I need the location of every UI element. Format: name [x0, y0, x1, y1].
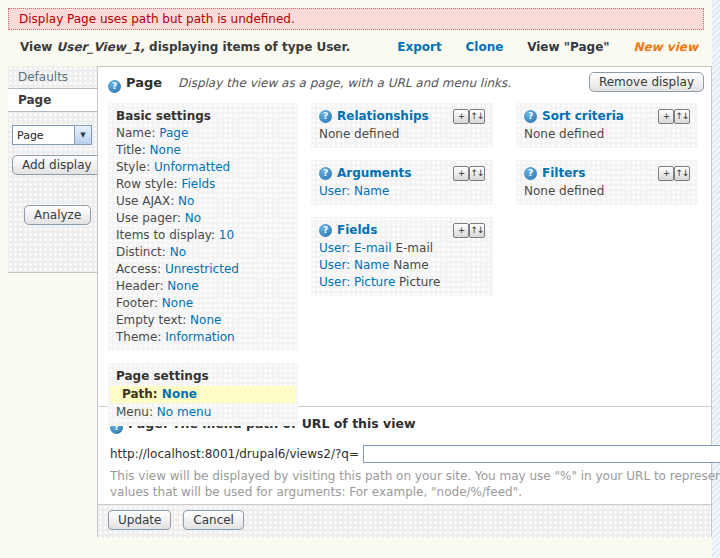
argument-user-name-link[interactable]: User: Name — [319, 184, 389, 198]
tab-page[interactable]: Page — [8, 89, 97, 112]
setting-row: Access: Unrestricted — [116, 261, 290, 278]
setting-pager-link[interactable]: No — [185, 211, 201, 225]
display-sidebar: Defaults Page Page ▼ Add display Analyze — [8, 66, 97, 273]
setting-header-link[interactable]: None — [167, 279, 198, 293]
arguments-heading-link[interactable]: Arguments — [337, 165, 411, 182]
setting-row: Distinct: No — [116, 244, 290, 261]
fields-header: ? Fields +↑↓ — [319, 222, 485, 239]
views-ui-editor: Defaults Page Page ▼ Add display Analyze… — [8, 66, 712, 537]
setting-distinct-link[interactable]: No — [170, 245, 186, 259]
help-icon[interactable]: ? — [524, 110, 537, 123]
view-name: User_View_1, — [57, 40, 145, 54]
update-button[interactable]: Update — [108, 510, 171, 530]
view-page-link[interactable]: View "Page" — [527, 40, 609, 54]
field-email-link[interactable]: User: E-mail — [319, 241, 392, 255]
display-title: Page — [126, 75, 162, 90]
setting-row: Title: None — [116, 142, 290, 159]
setting-row-path-highlighted: Path: None — [110, 386, 296, 403]
setting-ajax-link[interactable]: No — [178, 194, 194, 208]
view-header: View User_View_1, displaying items of ty… — [8, 40, 708, 54]
url-prefix: http://localhost:8001/drupal6/views2/?q= — [110, 447, 359, 461]
setting-theme-link[interactable]: Information — [165, 330, 234, 344]
setting-items-link[interactable]: 10 — [219, 228, 234, 242]
settings-column-3: ? Sort criteria +↑↓ None defined ? Filte… — [516, 103, 698, 217]
add-icon[interactable]: + — [453, 223, 469, 238]
clone-link[interactable]: Clone — [465, 40, 503, 54]
tab-defaults[interactable]: Defaults — [8, 66, 97, 89]
help-icon[interactable]: ? — [108, 80, 121, 93]
relationships-heading-link[interactable]: Relationships — [337, 108, 429, 125]
setting-name-link[interactable]: Page — [159, 126, 188, 140]
settings-column-1: Basic settings Name: Page Title: None St… — [108, 103, 298, 438]
add-icon[interactable]: + — [658, 166, 674, 181]
setting-menu-link[interactable]: No menu — [157, 405, 211, 419]
help-icon[interactable]: ? — [319, 110, 332, 123]
arguments-actions: +↑↓ — [453, 165, 485, 182]
filters-box: ? Filters +↑↓ None defined — [516, 160, 698, 205]
sort-criteria-empty: None defined — [524, 126, 690, 143]
setting-row: Use pager: No — [116, 210, 290, 227]
add-display-button[interactable]: Add display — [12, 155, 102, 175]
error-message: Display Page uses path but path is undef… — [8, 8, 704, 30]
rearrange-icon[interactable]: ↑↓ — [469, 223, 485, 238]
setting-row: Style: Unformatted — [116, 159, 290, 176]
analyze-button[interactable]: Analyze — [24, 205, 91, 225]
add-icon[interactable]: + — [658, 109, 674, 124]
help-icon[interactable]: ? — [319, 167, 332, 180]
sort-criteria-box: ? Sort criteria +↑↓ None defined — [516, 103, 698, 148]
export-link[interactable]: Export — [397, 40, 441, 54]
setting-row: Footer: None — [116, 295, 290, 312]
setting-row: Menu: No menu — [116, 404, 290, 421]
basic-settings-box: Basic settings Name: Page Title: None St… — [108, 103, 298, 351]
fields-heading-link[interactable]: Fields — [337, 222, 377, 239]
rearrange-icon[interactable]: ↑↓ — [469, 109, 485, 124]
setting-row: Use AJAX: No — [116, 193, 290, 210]
setting-access-link[interactable]: Unrestricted — [165, 262, 239, 276]
field-picture-link[interactable]: User: Picture — [319, 275, 395, 289]
rearrange-icon[interactable]: ↑↓ — [674, 166, 690, 181]
display-type-select[interactable]: Page ▼ — [12, 125, 92, 145]
page-settings-box: Page settings Path: None Menu: No menu — [108, 363, 298, 426]
basic-settings-heading: Basic settings — [116, 108, 290, 125]
add-icon[interactable]: + — [453, 166, 469, 181]
setting-row: Empty text: None — [116, 312, 290, 329]
path-input[interactable] — [363, 445, 720, 463]
field-name-link[interactable]: User: Name — [319, 258, 389, 272]
filters-header: ? Filters +↑↓ — [524, 165, 690, 182]
help-icon[interactable]: ? — [319, 224, 332, 237]
page-settings-heading: Page settings — [116, 368, 290, 385]
url-row: http://localhost:8001/drupal6/views2/?q= — [110, 445, 699, 463]
setting-path-link[interactable]: None — [162, 387, 197, 401]
tab-page-label: Page — [18, 93, 51, 107]
sidebar-controls: Page ▼ Add display Analyze — [8, 112, 97, 273]
display-panel-header: ?PageDisplay the view as a page, with a … — [98, 67, 711, 101]
display-description: Display the view as a page, with a URL a… — [178, 76, 511, 90]
rearrange-icon[interactable]: ↑↓ — [469, 166, 485, 181]
filters-heading-link[interactable]: Filters — [542, 165, 585, 182]
setting-empty-text-link[interactable]: None — [190, 313, 221, 327]
field-row: User: Picture Picture — [319, 274, 485, 291]
setting-row-style-link[interactable]: Fields — [181, 177, 215, 191]
add-icon[interactable]: + — [453, 109, 469, 124]
view-title-prefix: View — [20, 40, 57, 54]
new-view-link[interactable]: New view — [633, 40, 698, 54]
argument-row: User: Name — [319, 183, 485, 200]
path-form-description: This view will be displayed by visiting … — [110, 468, 720, 500]
setting-style-link[interactable]: Unformatted — [154, 160, 230, 174]
rearrange-icon[interactable]: ↑↓ — [674, 109, 690, 124]
sort-criteria-heading-link[interactable]: Sort criteria — [542, 108, 624, 125]
setting-title-link[interactable]: None — [150, 143, 181, 157]
cancel-button[interactable]: Cancel — [183, 510, 244, 530]
remove-display-button[interactable]: Remove display — [589, 72, 704, 92]
view-title-suffix: displaying items of type User. — [145, 40, 350, 54]
relationships-header: ? Relationships +↑↓ — [319, 108, 485, 125]
display-type-select-value: Page — [13, 129, 74, 142]
fields-box: ? Fields +↑↓ User: E-mail E-mail User: N… — [311, 217, 493, 296]
display-settings-panel: ?PageDisplay the view as a page, with a … — [97, 66, 712, 537]
setting-row: Row style: Fields — [116, 176, 290, 193]
setting-footer-link[interactable]: None — [162, 296, 193, 310]
help-icon[interactable]: ? — [524, 167, 537, 180]
view-header-links: Export Clone View "Page" New view — [377, 40, 708, 54]
setting-row: Theme: Information — [116, 329, 290, 346]
setting-row: Name: Page — [116, 125, 290, 142]
